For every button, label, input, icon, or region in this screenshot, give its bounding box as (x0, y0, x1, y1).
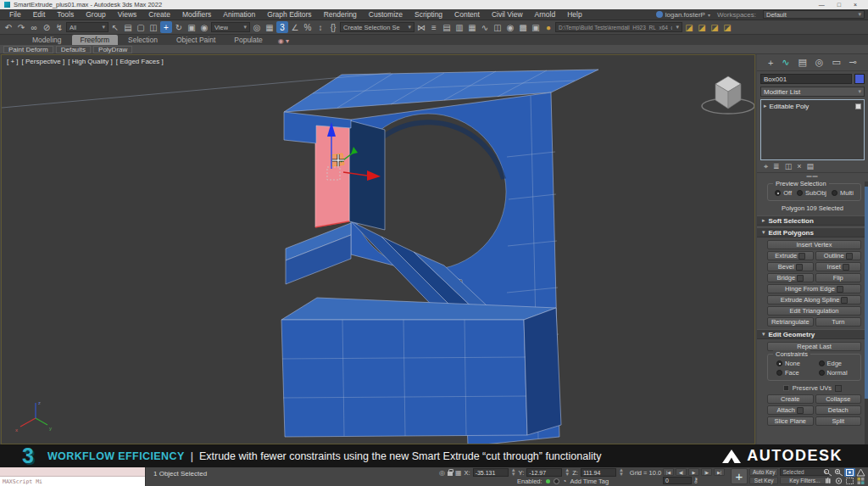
object-name-field[interactable]: Box001 (760, 74, 852, 84)
maxscript-mini-listener[interactable]: MAXScript Mi (0, 467, 146, 486)
material-editor-icon[interactable]: ◉ (504, 21, 516, 33)
preserve-uvs-settings-icon[interactable] (835, 385, 842, 392)
render-setup-icon[interactable]: ▩ (517, 21, 529, 33)
maxscript-listener-row[interactable]: MAXScript Mi (0, 477, 145, 486)
perspective-viewport[interactable]: [ + ][ Perspective ][ High Quality ][ Ed… (1, 54, 755, 444)
utilities-tab-icon[interactable]: ⊸ (849, 57, 857, 68)
rollout-soft-selection[interactable]: Soft Selection (757, 215, 868, 226)
toolbar-extra-icon-4[interactable]: ◪ (721, 21, 733, 33)
constraint-radio[interactable]: Edge (819, 360, 858, 367)
menu-item[interactable]: Create (142, 10, 176, 19)
polygon-tool-button[interactable]: Extrude Along Spline (767, 295, 861, 304)
window-crossing-icon[interactable]: ◫ (147, 21, 159, 33)
polygon-tool-button[interactable]: Insert Vertex (767, 240, 861, 249)
isolate-selection-icon[interactable]: ◎ (439, 469, 445, 477)
pan-icon[interactable] (822, 477, 833, 485)
field-of-view-icon[interactable] (855, 468, 866, 477)
settings-box-icon[interactable] (797, 407, 804, 414)
geometry-tool-button[interactable]: Attach (767, 405, 814, 415)
y-spinner[interactable]: ▲▼ (565, 468, 570, 477)
settings-box-icon[interactable] (797, 275, 804, 282)
menu-item[interactable]: Content (448, 10, 486, 19)
ribbon-tab[interactable]: Freeform (72, 35, 118, 45)
schematic-view-icon[interactable]: ◫ (492, 21, 504, 33)
menu-item[interactable]: Graph Editors (261, 10, 317, 19)
set-key-button[interactable]: Set Key (749, 477, 778, 484)
zoom-icon[interactable] (822, 468, 833, 477)
view-cube[interactable] (702, 76, 754, 114)
maximize-viewport-toggle-icon[interactable] (855, 477, 866, 485)
select-and-move-icon[interactable]: + (160, 21, 172, 33)
constraint-radio[interactable]: None (776, 360, 815, 367)
menu-item[interactable]: Customize (363, 10, 409, 19)
spinner-snap-icon[interactable]: ↕ (314, 21, 326, 33)
menu-item[interactable]: Views (112, 10, 143, 19)
viewport-canvas[interactable]: x y z (2, 55, 754, 444)
settings-box-icon[interactable] (843, 264, 849, 271)
named-selection-sets-dropdown[interactable]: Create Selection Se (340, 22, 415, 32)
redo-icon[interactable]: ↷ (15, 21, 27, 33)
unlink-selection-icon[interactable]: ⊘ (41, 21, 53, 33)
rectangular-selection-region-icon[interactable]: ▢ (135, 21, 147, 33)
minimize-button[interactable]: — (819, 0, 825, 9)
polygon-tool-button[interactable]: Outline (815, 251, 862, 260)
workspace-dropdown[interactable]: Default (763, 10, 865, 19)
toggle-scene-explorer-icon[interactable]: ▤ (441, 21, 453, 33)
menu-item[interactable]: Arnold (529, 10, 562, 19)
ribbon-panel-button[interactable]: PolyDraw (93, 46, 132, 53)
current-frame-field[interactable]: 0 (663, 477, 692, 484)
zoom-all-icon[interactable] (833, 468, 844, 477)
modifier-list-dropdown[interactable]: Modifier List (760, 87, 865, 97)
menu-item[interactable]: Civil View (486, 10, 529, 19)
auto-key-button[interactable]: Auto Key (749, 468, 778, 476)
remove-modifier-icon[interactable]: × (797, 162, 801, 170)
rollout-edit-polygons[interactable]: Edit Polygons (757, 227, 868, 237)
constraint-radio[interactable]: Face (776, 369, 815, 377)
constraint-radio[interactable]: Normal (819, 369, 858, 377)
edit-named-selection-sets-icon[interactable]: {} (327, 21, 339, 33)
project-path-dropdown[interactable]: D:\Temp\Build Tests\kremdall_H923_RL_x64… (555, 22, 682, 32)
x-spinner[interactable]: ▲▼ (511, 468, 516, 477)
menu-item[interactable]: Help (561, 10, 587, 19)
ribbon-tab[interactable]: Object Paint (168, 35, 224, 45)
display-tab-icon[interactable]: ▭ (832, 57, 840, 68)
pin-stack-icon[interactable]: ⌖ (764, 162, 768, 171)
preview-selection-radio[interactable]: Multi (832, 189, 854, 197)
orbit-icon[interactable] (833, 477, 844, 485)
record-icon[interactable] (554, 478, 559, 484)
settings-box-icon[interactable] (798, 253, 805, 260)
selection-lock-icon[interactable] (448, 472, 453, 476)
keyboard-shortcut-override-icon[interactable]: ▦ (264, 21, 275, 33)
menu-item[interactable]: Modifiers (176, 10, 217, 19)
snap-toggle-3d-icon[interactable]: 3 (276, 21, 288, 33)
viewport-label-item[interactable]: [ Edged Faces ] (116, 58, 164, 65)
toggle-layer-explorer-icon[interactable]: ▥ (453, 21, 465, 33)
bind-to-space-warp-icon[interactable]: ↯ (53, 21, 65, 33)
settings-box-icon[interactable] (846, 253, 853, 260)
toolbar-extra-icon-3[interactable]: ◪ (709, 21, 721, 33)
polygon-tool-button[interactable]: Bridge (767, 273, 814, 282)
percent-snap-icon[interactable]: % (302, 21, 314, 33)
panel-splitter-handle[interactable]: ▬▬ (757, 173, 868, 178)
create-tab-icon[interactable]: + (768, 58, 773, 68)
absolute-mode-icon[interactable]: ▦ (455, 469, 462, 477)
maximize-button[interactable]: □ (837, 0, 841, 9)
play-icon[interactable]: ▶ (688, 468, 699, 476)
menu-item[interactable]: Scripting (409, 10, 448, 19)
menu-item[interactable]: Rendering (318, 10, 363, 19)
new-key-button[interactable]: + (731, 468, 748, 484)
ribbon-overflow-icon[interactable]: ◉ ▾ (273, 37, 294, 45)
select-and-rotate-icon[interactable]: ↻ (173, 21, 185, 33)
modifier-visibility-icon[interactable] (855, 103, 861, 109)
go-to-start-icon[interactable]: |◀ (663, 468, 674, 476)
select-by-name-icon[interactable]: ▤ (122, 21, 134, 33)
motion-tab-icon[interactable]: ◎ (815, 57, 824, 68)
menu-item[interactable]: Animation (217, 10, 261, 19)
show-end-result-icon[interactable]: ≣ (773, 162, 780, 170)
geometry-tool-button[interactable]: Slice Plane (767, 416, 814, 426)
rollout-edit-geometry[interactable]: Edit Geometry (757, 329, 868, 339)
key-mode-icon[interactable]: ⚷ (693, 477, 698, 484)
add-time-tag-button[interactable]: Add Time Tag (570, 478, 609, 485)
polygon-tool-button[interactable]: Retriangulate (767, 317, 814, 327)
user-account-menu[interactable]: logan.fosterP ▾ (656, 11, 710, 19)
